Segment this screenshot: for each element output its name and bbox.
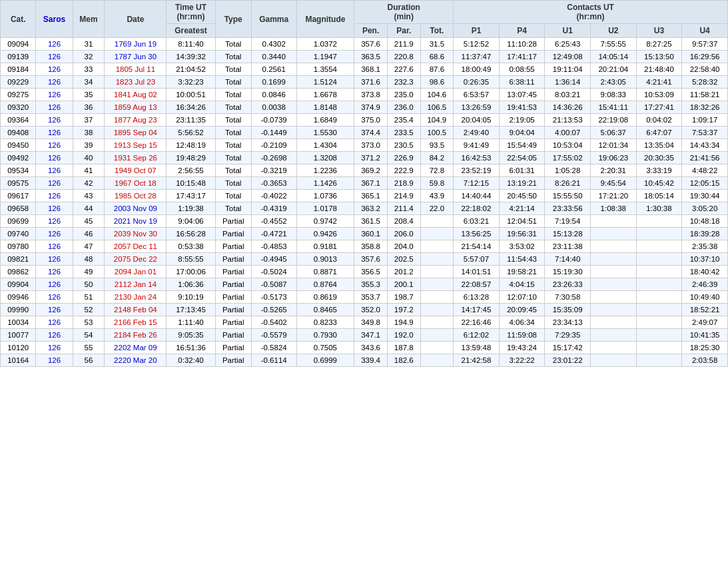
- table-cell: 6:47:07: [636, 127, 682, 139]
- table-cell: 72.8: [420, 164, 454, 177]
- table-row: 09990126522148 Feb 0417:13:45Partial-0.5…: [1, 304, 728, 316]
- table-cell: 22:08:57: [454, 278, 500, 291]
- table-cell: 16:34:26: [167, 101, 215, 114]
- table-cell: -0.4022: [251, 190, 296, 202]
- col-header-duration: Duration(min): [354, 1, 454, 24]
- table-cell: [636, 278, 682, 291]
- table-cell: -0.4319: [251, 202, 296, 215]
- table-cell: 6:25:43: [545, 38, 591, 51]
- table-cell: 47: [73, 240, 105, 253]
- table-cell: 204.0: [387, 240, 420, 253]
- table-row: 09534126411949 Oct 072:56:55Total-0.3219…: [1, 164, 728, 177]
- table-cell: 09740: [1, 228, 36, 240]
- table-cell: 22.0: [420, 202, 454, 215]
- table-row: 09740126462039 Nov 3016:56:28Partial-0.4…: [1, 228, 728, 240]
- table-cell: -0.0739: [251, 114, 296, 127]
- table-cell: 18:40:42: [682, 266, 728, 278]
- table-cell: 15:13:50: [636, 51, 682, 63]
- table-cell: 37: [73, 114, 105, 127]
- table-cell: 211.9: [387, 38, 420, 51]
- table-cell: -0.4853: [251, 240, 296, 253]
- table-cell: 0.7505: [296, 342, 354, 354]
- table-cell: 14:01:51: [454, 266, 500, 278]
- col-header-p1: P1: [454, 24, 500, 38]
- table-cell: 16:42:53: [454, 152, 500, 164]
- table-row: 10120126552202 Mar 0916:51:36Partial-0.5…: [1, 342, 728, 354]
- table-cell: [636, 354, 682, 367]
- table-cell: 23:34:13: [545, 316, 591, 329]
- table-row: 09699126452021 Nov 199:04:06Partial-0.45…: [1, 215, 728, 228]
- table-cell: 126: [36, 215, 73, 228]
- table-cell: 2:19:05: [499, 114, 545, 127]
- table-cell: 6:12:02: [454, 329, 500, 342]
- table-cell: 126: [36, 139, 73, 152]
- table-cell: 369.2: [354, 164, 388, 177]
- table-cell: 09184: [1, 63, 36, 76]
- col-header-u1: U1: [545, 24, 591, 38]
- table-cell: 9:05:35: [167, 329, 215, 342]
- col-header-date: Date: [105, 1, 167, 38]
- table-cell: 2:49:07: [682, 316, 728, 329]
- table-cell: 339.4: [354, 354, 388, 367]
- table-cell: 1787 Jun 30: [105, 51, 167, 63]
- table-cell: 5:12:52: [454, 38, 500, 51]
- table-cell: 22:16:46: [454, 316, 500, 329]
- table-cell: 0.8233: [296, 316, 354, 329]
- table-cell: 18:05:14: [636, 190, 682, 202]
- table-cell: [636, 291, 682, 304]
- col-header-u4: U4: [682, 24, 728, 38]
- table-cell: 218.9: [387, 177, 420, 190]
- table-cell: [591, 253, 637, 266]
- table-cell: 220.8: [387, 51, 420, 63]
- table-row: 09946126512130 Jan 249:10:19Partial-0.51…: [1, 291, 728, 304]
- table-cell: 53: [73, 316, 105, 329]
- table-cell: 33: [73, 63, 105, 76]
- table-cell: 39: [73, 139, 105, 152]
- table-cell: 126: [36, 266, 73, 278]
- table-cell: 09492: [1, 152, 36, 164]
- table-cell: 1:36:14: [545, 76, 591, 89]
- table-cell: 206.0: [387, 228, 420, 240]
- table-cell: 365.1: [354, 190, 388, 202]
- table-cell: 17:41:17: [499, 51, 545, 63]
- table-cell: 9:57:37: [682, 38, 728, 51]
- table-cell: 230.5: [387, 139, 420, 152]
- table-body: 09094126311769 Jun 198:11:40Total0.43021…: [1, 38, 728, 367]
- table-cell: 19:48:29: [167, 152, 215, 164]
- table-row: 09821126482075 Dec 228:55:55Partial-0.49…: [1, 253, 728, 266]
- table-cell: 182.6: [387, 354, 420, 367]
- table-cell: 50: [73, 278, 105, 291]
- col-header-tot: Tot.: [420, 24, 454, 38]
- table-cell: 4:00:07: [545, 127, 591, 139]
- table-cell: 15:55:50: [545, 190, 591, 202]
- table-cell: 214.9: [387, 190, 420, 202]
- table-cell: 104.9: [420, 114, 454, 127]
- table-cell: -0.4945: [251, 253, 296, 266]
- table-cell: 59.8: [420, 177, 454, 190]
- table-cell: Partial: [215, 228, 251, 240]
- table-cell: 2021 Nov 19: [105, 215, 167, 228]
- table-cell: 356.5: [354, 266, 388, 278]
- table-cell: 10:41:35: [682, 329, 728, 342]
- table-cell: 51: [73, 291, 105, 304]
- table-cell: [420, 342, 454, 354]
- table-cell: 10:00:51: [167, 89, 215, 101]
- table-cell: 3:53:02: [499, 240, 545, 253]
- table-cell: Total: [215, 127, 251, 139]
- table-cell: 9:08:33: [591, 89, 637, 101]
- table-row: 09617126431985 Oct 2817:43:17Total-0.402…: [1, 190, 728, 202]
- col-header-greatest: Greatest: [167, 24, 215, 38]
- table-cell: 0.8619: [296, 291, 354, 304]
- table-cell: 3:22:22: [499, 354, 545, 367]
- table-cell: [420, 228, 454, 240]
- col-header-u2: U2: [591, 24, 637, 38]
- table-cell: 1.5124: [296, 76, 354, 89]
- table-cell: 09862: [1, 266, 36, 278]
- table-cell: Total: [215, 190, 251, 202]
- table-cell: 17:21:20: [591, 190, 637, 202]
- col-header-time-ut: Time UT(hr:mn): [167, 1, 215, 24]
- table-row: 09139126321787 Jun 3014:39:32Total0.3440…: [1, 51, 728, 63]
- table-cell: 11:59:08: [499, 329, 545, 342]
- table-cell: 20:04:05: [454, 114, 500, 127]
- col-header-contacts-ut: Contacts UT(hr:mn): [454, 1, 728, 24]
